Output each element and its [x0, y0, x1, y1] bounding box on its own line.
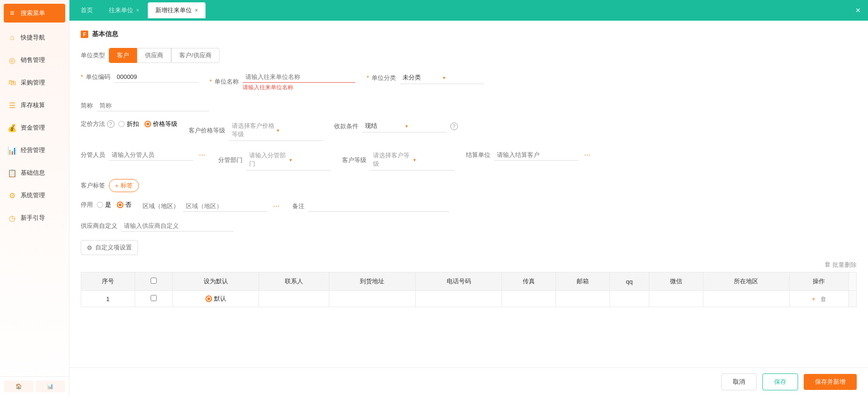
sidebar-search[interactable]: ≡ 搜索菜单 — [4, 4, 65, 23]
td-fax — [502, 291, 556, 307]
dept-select[interactable]: 请输入分管部门 ▾ — [246, 149, 331, 171]
payment-help-icon[interactable]: ? — [450, 123, 458, 130]
pricing-field: 定价方法 ? 折扣 价格等级 — [81, 120, 177, 128]
region-more-btn[interactable]: ··· — [271, 201, 281, 211]
tab-home[interactable]: 首页 — [73, 2, 100, 18]
table-header-row: 序号 设为默认 联系人 到货地址 电话号码 传真 邮箱 qq 微信 所在地区 操… — [81, 272, 857, 291]
search-icon: ≡ — [8, 8, 17, 18]
tab-new-partner[interactable]: 新增往来单位 × — [148, 2, 206, 18]
sidebar-item-label: 销售管理 — [21, 56, 45, 64]
payment-terms-field: 收款条件 现结 ▾ ? — [334, 120, 458, 132]
disabled-no[interactable]: 否 — [117, 201, 131, 209]
add-row-btn[interactable]: + — [812, 295, 815, 303]
guide-icon: ◷ — [8, 213, 17, 223]
customer-level-select[interactable]: 请选择客户等级 ▾ — [370, 149, 455, 171]
th-wechat: 微信 — [649, 272, 703, 291]
payment-terms-select[interactable]: 现结 ▾ — [362, 120, 447, 132]
sidebar-item-system[interactable]: ⚙ 系统管理 — [0, 184, 69, 207]
supplier-custom-input[interactable] — [121, 220, 234, 232]
batch-delete-btn[interactable]: 🗑 批量删除 — [81, 261, 857, 269]
pricing-radio-price-level[interactable]: 价格等级 — [145, 120, 177, 128]
save-new-button[interactable]: 保存并新增 — [804, 374, 857, 390]
settlement-more-btn[interactable]: ··· — [582, 150, 592, 160]
main-content: 首页 往来单位 × 新增往来单位 × × F 基本信息 单位类型 客户 供应商 … — [69, 0, 868, 396]
type-btn-customer[interactable]: 客户 — [109, 48, 137, 63]
discount-radio-label: 折扣 — [127, 120, 139, 128]
add-tag-btn[interactable]: + 标签 — [109, 179, 139, 192]
td-scrollbar — [849, 291, 857, 307]
disabled-region-row: 停用 是 否 区域（地区） ··· 备注 — [81, 201, 857, 212]
customer-level-label: 客户等级 — [342, 156, 366, 164]
unit-category-select[interactable]: 未分类 ▾ — [400, 71, 484, 84]
manager-input[interactable] — [109, 149, 193, 161]
tab-partners-label: 往来单位 — [109, 6, 133, 15]
tab-new-partner-close[interactable]: × — [195, 7, 198, 14]
region-field: 区域（地区） ··· — [143, 201, 281, 212]
add-tag-icon: + — [115, 182, 119, 189]
abbr-field: 简称 — [81, 100, 209, 111]
remarks-input[interactable] — [308, 201, 449, 212]
region-input[interactable] — [183, 201, 267, 212]
delete-icon: 🗑 — [824, 261, 830, 269]
pricing-help-icon[interactable]: ? — [107, 120, 114, 128]
default-radio[interactable]: 默认 — [176, 295, 255, 303]
tab-partners-close[interactable]: × — [136, 7, 139, 14]
chevron-down-icon: ▾ — [289, 157, 328, 163]
operation-icon: 📊 — [8, 146, 17, 155]
sidebar-home-btn[interactable]: 🏠 — [4, 380, 34, 392]
tab-partners[interactable]: 往来单位 × — [101, 2, 147, 18]
th-qq: qq — [609, 272, 649, 291]
disabled-yes[interactable]: 是 — [97, 201, 111, 209]
type-btn-supplier[interactable]: 供应商 — [137, 48, 171, 63]
unit-name-input[interactable] — [243, 71, 355, 83]
custom-settings-btn[interactable]: ⚙ 自定义项设置 — [81, 240, 138, 255]
save-button[interactable]: 保存 — [762, 373, 798, 390]
manager-label: 分管人员 — [81, 151, 105, 159]
pricing-label: 定价方法 ? — [81, 120, 114, 128]
section-icon: F — [81, 31, 88, 38]
th-contact: 联系人 — [259, 272, 329, 291]
select-all-checkbox[interactable] — [151, 278, 157, 284]
sidebar-item-finance[interactable]: 💰 资金管理 — [0, 116, 69, 139]
sidebar-item-purchase[interactable]: 🛍 采购管理 — [0, 71, 69, 94]
footer: 取消 保存 保存并新增 — [69, 367, 868, 396]
chevron-down-icon: ▾ — [413, 157, 452, 163]
unit-type-label: 单位类型 — [81, 51, 105, 60]
add-tag-label: 标签 — [121, 181, 133, 190]
unit-name-field: * 单位名称 请输入往来单位名称 — [210, 71, 356, 92]
settlement-input[interactable] — [494, 149, 579, 161]
sidebar-item-quick-nav[interactable]: ⌂ 快捷导航 — [0, 26, 69, 49]
th-default: 设为默认 — [172, 272, 259, 291]
pricing-radio-discount[interactable]: 折扣 — [118, 120, 139, 128]
unit-code-label: * 单位编码 — [81, 73, 110, 81]
th-seq: 序号 — [81, 272, 135, 291]
th-address: 到货地址 — [329, 272, 415, 291]
row-checkbox[interactable] — [151, 295, 157, 301]
delete-row-btn[interactable]: 🗑 — [820, 295, 826, 303]
sidebar-item-sales[interactable]: ◎ 销售管理 — [0, 49, 69, 71]
type-btn-both[interactable]: 客户/供应商 — [171, 48, 220, 63]
form-content: F 基本信息 单位类型 客户 供应商 客户/供应商 * 单位编码 — [69, 21, 868, 367]
sidebar-item-guide[interactable]: ◷ 新手引导 — [0, 207, 69, 229]
contacts-table: 序号 设为默认 联系人 到货地址 电话号码 传真 邮箱 qq 微信 所在地区 操… — [81, 272, 857, 307]
td-wechat — [649, 291, 703, 307]
tab-bar: 首页 往来单位 × 新增往来单位 × × — [69, 0, 868, 21]
manager-more-btn[interactable]: ··· — [197, 150, 207, 160]
unit-category-field: * 单位分类 未分类 ▾ — [366, 71, 484, 84]
unit-code-input[interactable] — [114, 71, 198, 83]
sidebar-item-inventory[interactable]: ☰ 库存核算 — [0, 94, 69, 116]
customer-price-select[interactable]: 请选择客户价格等级 ▾ — [229, 120, 323, 141]
sidebar-stats-btn[interactable]: 📊 — [36, 380, 66, 392]
sidebar-item-label: 经营管理 — [21, 146, 45, 155]
customer-price-placeholder: 请选择客户价格等级 — [232, 122, 275, 139]
table-row: 1 默认 — [81, 291, 857, 307]
sidebar-item-basic[interactable]: 📋 基础信息 — [0, 162, 69, 184]
sidebar: ≡ 搜索菜单 ⌂ 快捷导航 ◎ 销售管理 🛍 采购管理 ☰ 库存核算 💰 资金管… — [0, 0, 69, 396]
abbr-input[interactable] — [97, 100, 209, 111]
sidebar-item-label: 采购管理 — [21, 78, 45, 87]
cancel-button[interactable]: 取消 — [721, 373, 757, 390]
sidebar-item-operation[interactable]: 📊 经营管理 — [0, 139, 69, 162]
window-close-btn[interactable]: × — [852, 6, 864, 16]
price-level-radio-label: 价格等级 — [153, 120, 177, 128]
gear-icon: ⚙ — [87, 244, 92, 251]
